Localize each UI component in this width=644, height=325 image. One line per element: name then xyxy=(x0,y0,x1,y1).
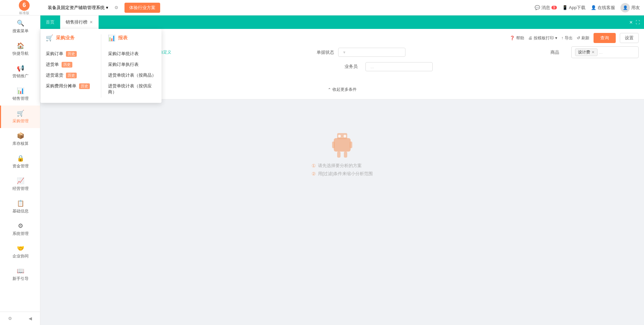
base-info-icon: 📋 xyxy=(17,200,24,207)
sidebar-label-enterprise: 企业协同 xyxy=(12,253,29,259)
dropdown-item-purchase-order[interactable]: 采购订单 历史 xyxy=(46,48,94,59)
marketing-icon: 📢 xyxy=(17,65,24,72)
report-col: 📊 报表 采购订单统计表 采购订单执行表 进货单统计表（按商品） 进货单统计表（… xyxy=(103,34,162,97)
voucher-status-input[interactable]: ▾ xyxy=(338,48,405,57)
goods-tag-close[interactable]: ✕ xyxy=(592,50,595,54)
settings-icon: ⚙ xyxy=(114,5,118,10)
dropdown-divider xyxy=(101,34,101,97)
collapse-button[interactable]: ⌃ 收起更多条件 xyxy=(328,87,357,92)
sidebar-item-operations[interactable]: 📈 经营管理 xyxy=(0,173,40,196)
sidebar-collapse-button[interactable]: ◀ xyxy=(29,316,32,321)
sidebar-item-finance[interactable]: 🔒 资金管理 xyxy=(0,151,40,173)
query-button[interactable]: 查询 xyxy=(594,33,616,43)
message-button[interactable]: 💬 消息 9 xyxy=(535,5,557,11)
user-label: 用友 xyxy=(631,5,640,11)
enterprise-icon: 🤝 xyxy=(17,245,24,252)
print-icon: 🖨 xyxy=(528,36,532,40)
guide-icon: 📖 xyxy=(17,267,24,275)
system-title-dropdown[interactable]: 装备及固定资产辅助管理系统 ▾ xyxy=(48,5,108,11)
sidebar-label-sales: 销售管理 xyxy=(12,96,29,101)
collapse-arrow-icon: ⌃ xyxy=(328,87,331,92)
svg-rect-0 xyxy=(334,138,351,152)
sidebar-label-purchase: 采购管理 xyxy=(12,118,29,124)
dropdown-item-inbound-by-supplier[interactable]: 进货单统计表（按供应商） xyxy=(108,81,156,97)
tab-close-icon[interactable]: ✕ xyxy=(90,20,93,25)
svg-rect-6 xyxy=(337,152,341,158)
sidebar-item-purchase[interactable]: 🛒 采购管理 xyxy=(0,106,40,128)
tab-home[interactable]: 首页 xyxy=(40,15,60,29)
report-col-icon: 📊 xyxy=(108,34,115,42)
tab-maximize-icon[interactable]: ⛶ xyxy=(636,20,640,25)
report-col-title: 📊 报表 xyxy=(108,34,156,46)
export-label: 导出 xyxy=(565,35,573,41)
trial-button[interactable]: 体验行业方案 xyxy=(124,3,160,13)
refresh-button[interactable]: ↺ 刷新 xyxy=(577,35,589,41)
help-button[interactable]: ❓ 帮助 xyxy=(510,35,524,41)
logo-area: 6 标准版 xyxy=(4,0,44,15)
sidebar: 🔍 搜索菜单 🏠 快捷导航 📢 营销推广 📊 销售管理 🛒 采购管理 📦 库存核… xyxy=(0,15,40,325)
export-button[interactable]: ↑ 导出 xyxy=(561,35,573,41)
sidebar-label-guide: 新手引导 xyxy=(12,276,29,282)
message-icon: 💬 xyxy=(535,5,540,10)
user-button[interactable]: 👤 用友 xyxy=(620,3,640,12)
dropdown-item-inbound-by-goods[interactable]: 进货单统计表（按商品） xyxy=(108,70,156,81)
sidebar-label-operations: 经营管理 xyxy=(12,186,29,192)
sidebar-item-inventory[interactable]: 📦 库存核算 xyxy=(0,128,40,151)
operations-icon: 📈 xyxy=(17,177,24,185)
tab-close-all-icon[interactable]: ✕ xyxy=(629,20,633,25)
goods-input[interactable]: 设计费 ✕ ... xyxy=(571,46,639,58)
salesperson-input[interactable]: ... xyxy=(365,62,433,71)
help-icon: ❓ xyxy=(510,36,515,40)
sidebar-item-enterprise[interactable]: 🤝 企业协同 xyxy=(0,241,40,263)
top-right-area: 💬 消息 9 📱 App下载 👤 在线客服 👤 用友 xyxy=(535,3,640,12)
app-download-button[interactable]: 📱 App下载 xyxy=(562,5,585,11)
sidebar-item-guide[interactable]: 📖 新手引导 xyxy=(0,263,40,286)
sidebar-label-marketing: 营销推广 xyxy=(12,73,29,79)
logo-text: 标准版 xyxy=(19,11,29,15)
sidebar-item-quick-nav[interactable]: 🏠 快捷导航 xyxy=(0,38,40,60)
sidebar-item-base-info[interactable]: 📋 基础信息 xyxy=(0,196,40,218)
tab-expand-area: ✕ ⛶ xyxy=(625,20,644,25)
tab-home-label: 首页 xyxy=(46,19,55,25)
set-button[interactable]: 设置 xyxy=(620,33,639,43)
sidebar-item-marketing[interactable]: 📢 营销推广 xyxy=(0,60,40,83)
expense-label: 采购费用分摊单 xyxy=(46,83,76,89)
dropdown-arrow-icon: ▾ xyxy=(106,5,108,10)
print-button[interactable]: 🖨 按模板打印 ▾ xyxy=(528,35,557,41)
home-icon: 🏠 xyxy=(17,42,24,49)
purchase-col-title-label: 采购业务 xyxy=(56,35,75,41)
sidebar-settings-button[interactable]: ⚙ xyxy=(8,316,12,321)
search-icon: 🔍 xyxy=(17,19,24,27)
dropdown-item-return[interactable]: 进货退货 历史 xyxy=(46,70,94,81)
sidebar-item-search[interactable]: 🔍 搜索菜单 xyxy=(0,15,40,38)
purchase-order-history-badge: 历史 xyxy=(66,51,77,57)
svg-rect-5 xyxy=(350,141,352,148)
goods-label: 商品 xyxy=(550,49,567,55)
online-service-label: 在线客服 xyxy=(598,5,615,11)
online-service-button[interactable]: 👤 在线客服 xyxy=(591,5,615,11)
goods-tag: 设计费 ✕ xyxy=(575,48,598,56)
logo-icon: 6 xyxy=(19,0,30,11)
sidebar-bottom: ⚙ ◀ xyxy=(0,312,40,325)
settings-icon-button[interactable]: ⚙ xyxy=(112,3,121,12)
top-bar: 6 标准版 装备及固定资产辅助管理系统 ▾ ⚙ 体验行业方案 💬 消息 9 📱 … xyxy=(0,0,644,15)
empty-state: ① 请先选择要分析的方案 ② 用[过滤]条件来缩小分析范围 xyxy=(40,99,644,204)
purchase-in-history-badge: 历史 xyxy=(62,62,72,68)
voucher-status-label: 单据状态 xyxy=(317,49,334,55)
empty-tip-2: 用[过滤]条件来缩小分析范围 xyxy=(318,171,373,177)
avatar: 👤 xyxy=(620,3,630,12)
dropdown-item-purchase-order-stat[interactable]: 采购订单统计表 xyxy=(108,48,156,59)
return-history-badge: 历史 xyxy=(66,73,77,78)
svg-rect-7 xyxy=(344,152,347,158)
sidebar-item-sales[interactable]: 📊 销售管理 xyxy=(0,83,40,106)
sidebar-label-quick-nav: 快捷导航 xyxy=(12,51,29,56)
tab-sales-rank[interactable]: 销售排行榜 ✕ xyxy=(60,15,99,29)
dropdown-item-purchase-order-exec[interactable]: 采购订单执行表 xyxy=(108,59,156,70)
empty-tip-1: 请先选择要分析的方案 xyxy=(318,163,362,169)
inbound-by-supplier-label: 进货单统计表（按供应商） xyxy=(108,83,156,95)
message-label: 消息 xyxy=(541,5,550,11)
dropdown-item-expense[interactable]: 采购费用分摊单 历史 xyxy=(46,81,94,91)
svg-point-3 xyxy=(344,135,346,137)
sidebar-item-system[interactable]: ⚙ 系统管理 xyxy=(0,218,40,241)
dropdown-item-purchase-in[interactable]: 进货单 历史 xyxy=(46,59,94,70)
